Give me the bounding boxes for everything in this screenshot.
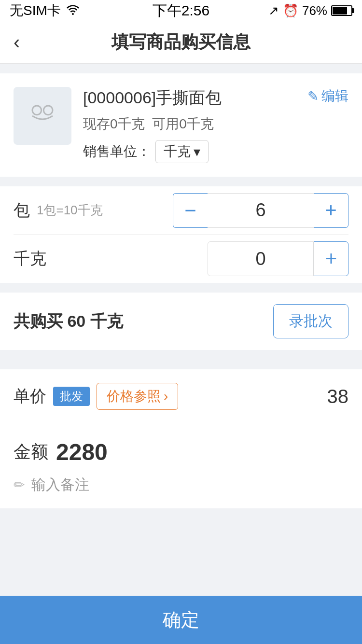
price-section: 单价 批发 价格参照 › 38 <box>0 369 362 423</box>
package-sublabel: 1包=10千克 <box>37 202 103 219</box>
package-input[interactable] <box>208 193 314 228</box>
wifi-icon <box>66 3 80 18</box>
status-left: 无SIM卡 <box>10 1 80 20</box>
confirm-bar[interactable]: 确定 <box>0 596 362 644</box>
product-stock: 现存0千克 可用0千克 <box>83 115 348 133</box>
kg-label: 千克 <box>14 248 46 270</box>
battery-icon <box>331 5 352 16</box>
section-divider-1 <box>0 177 362 186</box>
section-divider-2 <box>0 283 362 293</box>
confirm-text: 确定 <box>163 608 199 632</box>
back-button[interactable]: ‹ <box>14 31 20 53</box>
unit-dropdown[interactable]: 千克 ▾ <box>155 140 209 163</box>
amount-row: 金额 2280 <box>14 439 348 465</box>
nav-bar: ‹ 填写商品购买信息 <box>0 21 362 64</box>
carrier-label: 无SIM卡 <box>10 1 61 20</box>
remark-row[interactable]: ✏ 输入备注 <box>14 475 348 495</box>
price-label-group: 单价 批发 价格参照 › <box>14 383 178 410</box>
amount-label: 金额 <box>14 440 48 464</box>
kg-input[interactable] <box>208 241 314 276</box>
package-label: 包 <box>14 199 30 222</box>
package-minus-button[interactable]: − <box>173 193 208 228</box>
price-label: 单价 <box>14 385 46 407</box>
alarm-icon: ⏰ <box>283 3 298 18</box>
edit-button[interactable]: ✎ 编辑 <box>307 87 348 105</box>
price-tag: 批发 <box>53 387 90 406</box>
svg-point-1 <box>43 106 53 115</box>
input-section: 包 1包=10千克 − + 千克 + <box>0 186 362 283</box>
amount-section: 金额 2280 ✏ 输入备注 <box>0 423 362 508</box>
price-reference-button[interactable]: 价格参照 › <box>97 383 178 410</box>
page-title: 填写商品购买信息 <box>111 30 251 54</box>
total-text: 共购买 60 千克 <box>14 310 123 333</box>
product-image <box>14 87 71 145</box>
amount-value: 2280 <box>56 439 108 465</box>
price-value: 38 <box>327 386 349 407</box>
status-right: ↗ ⏰ 76% <box>268 3 352 18</box>
location-icon: ↗ <box>268 3 279 18</box>
package-plus-button[interactable]: + <box>314 193 348 228</box>
status-bar: 无SIM卡 下午2:56 ↗ ⏰ 76% <box>0 0 362 21</box>
kg-plus-button[interactable]: + <box>314 241 348 276</box>
price-row: 单价 批发 价格参照 › 38 <box>14 383 348 410</box>
package-stepper: − + <box>173 193 348 228</box>
kg-input-row: 千克 + <box>14 235 348 283</box>
product-unit-row: 销售单位： 千克 ▾ <box>83 140 348 163</box>
battery-percent: 76% <box>302 3 327 18</box>
section-divider-3 <box>0 350 362 360</box>
svg-point-0 <box>32 106 42 115</box>
total-row: 共购买 60 千克 录批次 <box>0 293 362 350</box>
remark-placeholder: 输入备注 <box>31 475 89 495</box>
status-time: 下午2:56 <box>153 1 209 21</box>
pencil-icon: ✏ <box>14 477 25 493</box>
record-batch-button[interactable]: 录批次 <box>273 304 348 338</box>
product-card: [0000006]手撕面包 现存0千克 可用0千克 销售单位： 千克 ▾ ✎ 编… <box>0 73 362 177</box>
kg-stepper: + <box>208 241 348 276</box>
edit-icon: ✎ <box>307 88 319 104</box>
package-input-row: 包 1包=10千克 − + <box>14 186 348 235</box>
